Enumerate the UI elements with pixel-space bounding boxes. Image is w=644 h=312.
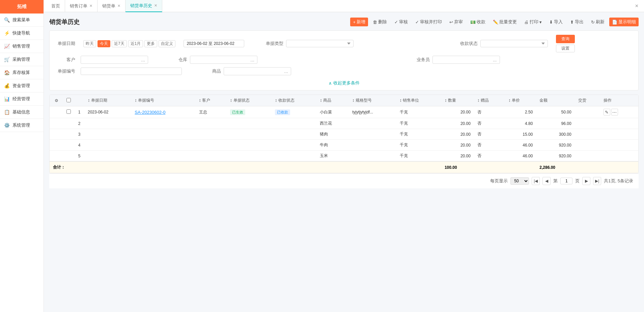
date-today-btn[interactable]: 今天 <box>97 40 110 47</box>
export-button[interactable]: ⬆ 导出 <box>567 18 586 26</box>
date-custom-btn[interactable]: 自定义 <box>159 40 175 47</box>
row-checkbox-cell[interactable] <box>63 129 74 140</box>
row-customer <box>196 129 227 140</box>
row-no-cell: 2 <box>74 118 84 129</box>
row-checkbox-cell[interactable] <box>63 118 74 129</box>
row-gear-cell <box>50 129 63 140</box>
date-1month-btn[interactable]: 近1月 <box>128 40 143 47</box>
row-doc-no[interactable] <box>131 140 195 151</box>
col-doc-status[interactable]: ↕ 单据状态 <box>227 95 272 106</box>
sidebar-item-search-menu[interactable]: 🔍 搜索菜单 <box>0 14 44 27</box>
goods-input[interactable] <box>227 69 283 74</box>
payment-status-select[interactable] <box>480 40 548 47</box>
sidebar-item-finance[interactable]: 💰 资金管理 <box>0 79 44 93</box>
batch-change-button[interactable]: ✏️ 批量变更 <box>490 18 520 26</box>
customer-input[interactable] <box>84 57 140 62</box>
sidebar-item-label: 库存核算 <box>12 70 30 76</box>
show-detail-button[interactable]: 📄 显示明细 <box>609 18 639 26</box>
collapse-button[interactable]: ∧ 收起更多条件 <box>55 79 633 86</box>
row-spec <box>349 151 396 162</box>
row-checkbox[interactable] <box>66 109 71 114</box>
row-checkbox-cell[interactable] <box>63 151 74 162</box>
col-doc-no[interactable]: ↕ 单据编号 <box>131 95 195 106</box>
date-more-btn[interactable]: 更多 <box>144 40 157 47</box>
audit-print-button[interactable]: ✓ 审核并打印 <box>413 18 445 26</box>
table-row: 4 牛肉 千克 20.00 否 46.00 920.00 <box>50 140 638 151</box>
row-doc-no[interactable] <box>131 151 195 162</box>
row-doc-no[interactable] <box>131 118 195 129</box>
col-doc-date[interactable]: ↕ 单据日期 <box>84 95 131 106</box>
ops-edit-button[interactable]: ✎ <box>604 109 610 115</box>
page-number-input[interactable] <box>560 178 572 184</box>
warehouse-input[interactable] <box>193 57 249 62</box>
tab-close-icon[interactable]: ✕ <box>89 4 92 8</box>
doc-no-input[interactable] <box>84 69 179 74</box>
print-button[interactable]: 🖨 打印 ▾ <box>522 18 544 26</box>
sidebar-item-basic-info[interactable]: 📋 基础信息 <box>0 106 44 119</box>
date-7days-btn[interactable]: 近7天 <box>112 40 127 47</box>
row-no-cell: 3 <box>74 129 84 140</box>
sidebar-item-inventory[interactable]: 🏠 库存核算 <box>0 66 44 79</box>
col-pay-status[interactable]: ↕ 收款状态 <box>272 95 316 106</box>
date-yesterday-btn[interactable]: 昨天 <box>83 40 96 47</box>
prev-page-button[interactable]: ◀ <box>542 177 551 185</box>
sidebar-item-system-mgmt[interactable]: ⚙️ 系统管理 <box>0 119 44 132</box>
col-price[interactable]: ↕ 单价 <box>505 95 536 106</box>
sidebar-item-sales-mgmt[interactable]: 📈 销售管理 <box>0 40 44 53</box>
salesperson-input[interactable] <box>436 57 492 62</box>
col-checkbox[interactable] <box>63 95 74 106</box>
goods-dots-button[interactable]: ... <box>284 69 288 74</box>
tab-close-icon[interactable]: ✕ <box>154 3 157 8</box>
sidebar-item-purchase-mgmt[interactable]: 🛒 采购管理 <box>0 53 44 66</box>
add-button[interactable]: + 新增 <box>350 18 368 26</box>
row-no-cell: 1 <box>74 106 84 118</box>
col-qty[interactable]: ↕ 数量 <box>441 95 474 106</box>
tab-sales-goods[interactable]: 销货单 ✕ <box>97 0 125 12</box>
doc-type-select[interactable] <box>286 40 354 47</box>
tab-sales-history[interactable]: 销货单历史 ✕ <box>125 0 162 12</box>
collect-button[interactable]: 💵 收款 <box>468 18 488 26</box>
filter-area: 单据日期 昨天 今天 近7天 近1月 更多 自定义 单据类型 <box>49 30 639 90</box>
ops-more-button[interactable]: ⋯ <box>611 109 618 115</box>
tab-close-icon[interactable]: ✕ <box>117 4 120 8</box>
settings-button[interactable]: 设置 <box>556 45 575 52</box>
audit-button[interactable]: ✓ 审核 <box>392 18 411 26</box>
row-doc-no[interactable]: SA-20230602-0 <box>131 106 195 118</box>
col-customer[interactable]: ↕ 客户 <box>196 95 227 106</box>
refresh-button[interactable]: ↻ 刷新 <box>588 18 607 26</box>
tab-home[interactable]: 首页 <box>47 0 65 12</box>
warehouse-dots-button[interactable]: ... <box>250 57 254 62</box>
sidebar-item-operations[interactable]: 📊 经营管理 <box>0 93 44 106</box>
last-page-button[interactable]: ▶| <box>593 177 601 185</box>
date-range-input[interactable] <box>184 40 244 47</box>
sidebar-item-quick-nav[interactable]: ⚡ 快捷导航 <box>0 27 44 40</box>
sidebar-logo: 拓维 <box>0 0 44 14</box>
per-page-label: 每页显示 <box>490 178 508 184</box>
search-icon: 🔍 <box>4 17 10 23</box>
col-unit[interactable]: ↕ 销售单位 <box>396 95 441 106</box>
row-gift: 否 <box>474 140 505 151</box>
delete-button[interactable]: 🗑 删除 <box>370 18 390 26</box>
salesperson-dots-button[interactable]: ... <box>493 57 497 62</box>
select-all-checkbox[interactable] <box>66 98 71 102</box>
first-page-button[interactable]: |◀ <box>532 177 540 185</box>
row-ops <box>600 129 638 140</box>
row-checkbox-cell[interactable] <box>63 106 74 118</box>
col-amount: 金额 <box>536 95 575 106</box>
row-doc-no[interactable] <box>131 129 195 140</box>
tab-sales-order[interactable]: 销售订单 ✕ <box>65 0 97 12</box>
row-checkbox-cell[interactable] <box>63 140 74 151</box>
abandon-button[interactable]: ↩ 弃审 <box>447 18 466 26</box>
col-goods[interactable]: ↕ 商品 <box>316 95 349 106</box>
tab-bar-close-button[interactable]: ✕ <box>632 3 641 8</box>
col-gear[interactable]: ⚙ <box>50 95 63 106</box>
col-gift[interactable]: ↕ 赠品 <box>474 95 505 106</box>
query-button[interactable]: 查询 <box>556 35 575 43</box>
col-ops: 操作 <box>600 95 638 106</box>
customer-dots-button[interactable]: ... <box>141 57 145 62</box>
next-page-button[interactable]: ▶ <box>582 177 590 185</box>
filter-row-1: 单据日期 昨天 今天 近7天 近1月 更多 自定义 单据类型 <box>55 35 633 52</box>
per-page-select[interactable]: 50 20 100 <box>510 177 529 185</box>
col-spec[interactable]: ↕ 规格型号 <box>349 95 396 106</box>
import-button[interactable]: ⬇ 导入 <box>547 18 565 26</box>
